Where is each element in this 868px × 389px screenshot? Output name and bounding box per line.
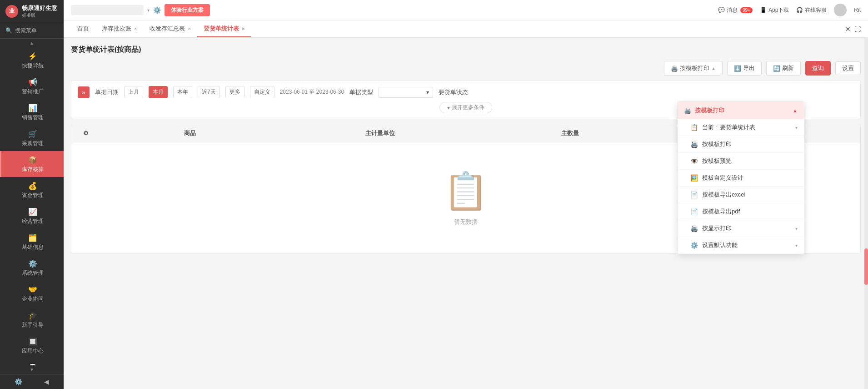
sidebar-item-label: 企业协同	[22, 295, 44, 303]
sidebar-item-sales[interactable]: 📊 销售管理	[0, 99, 64, 125]
right-scrollbar[interactable]	[864, 38, 868, 389]
filter-expand-btn[interactable]: »	[78, 86, 90, 98]
date-btn-this-month[interactable]: 本月	[149, 86, 168, 98]
sidebar-item-inventory[interactable]: 📦 库存核算	[0, 151, 64, 177]
message-icon: 💬	[718, 7, 725, 13]
tabs-bar: 首页 库存批次账 × 收发存汇总表 × 要货单统计表 × ✕ ⛶	[64, 20, 868, 38]
sidebar-item-wechat[interactable]: 💬 企业微信	[0, 359, 64, 365]
date-btn-custom[interactable]: 自定义	[250, 86, 274, 98]
tab-receipt-summary[interactable]: 收发存汇总表 ×	[143, 20, 197, 37]
sidebar-item-label: 营销推广	[22, 88, 44, 96]
tabs-close-all-btn[interactable]: ✕	[845, 25, 851, 33]
query-btn[interactable]: 查询	[805, 61, 831, 76]
display-print-icon: 🖨️	[690, 225, 698, 232]
sidebar-item-apps[interactable]: 🔲 应用中心	[0, 333, 64, 359]
sidebar-item-collab[interactable]: 🤝 企业协同	[0, 281, 64, 307]
sidebar-item-operation[interactable]: 📈 经营管理	[0, 203, 64, 229]
sidebar-item-marketing[interactable]: 📢 营销推广	[0, 73, 64, 99]
col-unit: 主计量单位	[285, 129, 475, 137]
tab-inventory-batch[interactable]: 库存批次账 ×	[95, 20, 143, 37]
sidebar-item-label: 应用中心	[22, 347, 44, 355]
system-icon: ⚙️	[28, 259, 37, 268]
export-icon: ⬇️	[734, 65, 741, 72]
breadcrumb-dropdown-arrow[interactable]: ▾	[147, 8, 150, 13]
tab-inventory-batch-close[interactable]: ×	[134, 26, 137, 31]
brand-name: 畅康通好生意	[22, 5, 57, 12]
template-preview-label: 按模板预览	[702, 157, 798, 165]
avatar[interactable]	[834, 4, 847, 16]
print-dropdown-arrow: ▲	[711, 66, 716, 71]
template-print-icon: 🖨️	[690, 141, 698, 148]
dropdown-template-custom[interactable]: 🖼️ 模板自定义设计	[678, 170, 804, 187]
dropdown-current-item[interactable]: 📋 当前：要货单统计表 ▾	[678, 119, 804, 136]
tab-order-stats[interactable]: 要货单统计表 ×	[197, 20, 251, 37]
dropdown-display-print[interactable]: 🖨️ 按显示打印 ▾	[678, 220, 804, 237]
inventory-icon: 📦	[28, 156, 37, 164]
template-custom-icon: 🖼️	[690, 174, 698, 182]
dropdown-template-print[interactable]: 🖨️ 按模板打印	[678, 136, 804, 153]
export-excel-icon: 📄	[690, 191, 698, 198]
search-icon: 🔍	[5, 27, 12, 34]
sidebar-item-basic[interactable]: 🗂️ 基础信息	[0, 229, 64, 255]
empty-text: 暂无数据	[454, 218, 478, 226]
sidebar-scroll-up[interactable]: ▲	[0, 39, 64, 47]
content-area: 要货单统计表(按商品) 🖨️ 按模板打印 ▲ ⬇️ 导出 🔄 刷新 查询 设置	[64, 38, 868, 389]
print-template-btn[interactable]: 🖨️ 按模板打印 ▲	[664, 61, 723, 76]
settings-label: 设置	[842, 65, 854, 71]
app-download-btn[interactable]: 📱 App下载	[760, 6, 789, 14]
sidebar-item-guide[interactable]: 🎓 新手引导	[0, 307, 64, 333]
sidebar-item-quick-nav[interactable]: ⚡ 快捷导航	[0, 47, 64, 73]
sidebar-item-finance[interactable]: 💰 资金管理	[0, 177, 64, 203]
export-pdf-label: 按模板导出pdf	[702, 207, 798, 216]
expand-more-btn[interactable]: ▾ 展开更多条件	[439, 102, 492, 113]
sidebar-item-label: 基础信息	[22, 243, 44, 251]
operation-icon: 📈	[28, 207, 37, 216]
expand-more-icon: ▾	[447, 105, 450, 111]
message-btn[interactable]: 💬 消息 99+	[718, 6, 753, 14]
app-download-label: App下载	[768, 6, 789, 14]
finance-icon: 💰	[28, 182, 37, 190]
dropdown-template-preview[interactable]: 👁️ 按模板预览	[678, 153, 804, 170]
settings-btn[interactable]: 设置	[835, 61, 861, 75]
sidebar-item-purchase[interactable]: 🛒 采购管理	[0, 125, 64, 151]
sidebar-scroll-down[interactable]: ▼	[0, 365, 64, 374]
date-btn-this-year[interactable]: 本年	[173, 86, 192, 98]
sidebar-item-label: 库存核算	[22, 166, 44, 173]
export-btn[interactable]: ⬇️ 导出	[727, 61, 762, 76]
refresh-btn[interactable]: 🔄 刷新	[766, 61, 801, 76]
date-btn-last-month[interactable]: 上月	[124, 86, 143, 98]
service-icon: 🎧	[796, 7, 803, 13]
tab-order-stats-close[interactable]: ×	[242, 26, 244, 31]
breadcrumb-input[interactable]	[71, 5, 144, 15]
sidebar-item-label: 新手引导	[22, 321, 44, 329]
sidebar-item-system[interactable]: ⚙️ 系统管理	[0, 255, 64, 281]
online-service-btn[interactable]: 🎧 在线客服	[796, 6, 827, 14]
date-btn-last-7-days[interactable]: 近7天	[198, 86, 220, 98]
dropdown-set-default[interactable]: ⚙️ 设置默认功能 ▾	[678, 237, 804, 254]
settings-footer-btn[interactable]: ⚙️	[15, 378, 22, 385]
sidebar-logo: 业 畅康通好生意 标准版	[0, 0, 64, 23]
header-gear-btn[interactable]: ⚙️	[153, 6, 161, 14]
page-title: 要货单统计表(按商品)	[71, 45, 861, 55]
trial-btn[interactable]: 体验行业方案	[165, 4, 210, 16]
apps-icon: 🔲	[28, 337, 37, 346]
tabs-expand-btn[interactable]: ⛶	[854, 25, 861, 33]
dropdown-export-excel[interactable]: 📄 按模板导出excel	[678, 187, 804, 203]
sidebar-footer: ⚙️ ◀	[0, 374, 64, 389]
sales-icon: 📊	[28, 104, 37, 112]
type-select[interactable]: ▾	[379, 87, 433, 98]
collapse-footer-btn[interactable]: ◀	[44, 378, 49, 385]
col-settings[interactable]: ⚙	[77, 130, 95, 136]
filter-row: » 单据日期 上月 本月 本年 近7天 更多 自定义 2023-06-01 至 …	[78, 86, 854, 98]
search-menu-item[interactable]: 🔍 搜索菜单	[0, 23, 64, 39]
logo-icon: 业	[5, 5, 18, 18]
dropdown-export-pdf[interactable]: 📄 按模板导出pdf	[678, 203, 804, 220]
date-btn-more[interactable]: 更多	[225, 86, 244, 98]
tab-receipt-summary-close[interactable]: ×	[188, 26, 190, 31]
tabs-right-controls: ✕ ⛶	[845, 25, 861, 33]
dropdown-header[interactable]: 🖨️ 按模板打印 ▲	[678, 102, 804, 119]
tab-home[interactable]: 首页	[71, 20, 95, 37]
order-status-label: 要货单状态	[439, 88, 468, 96]
main-area: ▾ ⚙️ 体验行业方案 💬 消息 99+ 📱 App下载 🎧 在线客服 Rit	[64, 0, 868, 389]
template-preview-icon: 👁️	[690, 157, 698, 165]
